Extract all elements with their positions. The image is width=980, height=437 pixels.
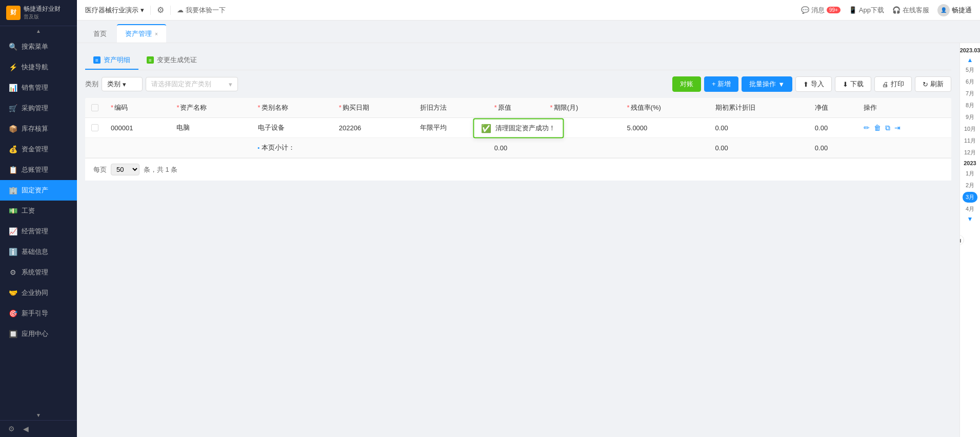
cal-month-1月[interactable]: 1月 bbox=[963, 168, 977, 179]
topbar-divider2 bbox=[170, 6, 171, 15]
sidebar-item-app-center[interactable]: 🔲 应用中心 bbox=[0, 324, 77, 344]
tab-asset-mgmt[interactable]: 资产管理× bbox=[117, 24, 166, 43]
sidebar-item-enterprise[interactable]: 🤝 企业协同 bbox=[0, 283, 77, 303]
cal-month-2月[interactable]: 2月 bbox=[963, 180, 977, 191]
quick-nav-icon: ⚡ bbox=[8, 63, 17, 71]
basic-info-icon: ℹ️ bbox=[8, 248, 17, 256]
company-selector[interactable]: 医疗器械行业演示 ▾ bbox=[85, 6, 144, 15]
cal-month-11月[interactable]: 11月 bbox=[963, 135, 977, 146]
cloud-icon: ☁ bbox=[177, 6, 184, 14]
sidebar-item-ledger[interactable]: 📋 总账管理 bbox=[0, 160, 77, 180]
sidebar-item-sales[interactable]: 📊 销售管理 bbox=[0, 77, 77, 98]
funds-icon: 💰 bbox=[8, 145, 17, 153]
user-profile[interactable]: 👤 畅捷通 bbox=[937, 4, 972, 16]
select-all-checkbox[interactable] bbox=[91, 104, 98, 111]
sidebar-item-fixed-assets[interactable]: 🏢 固定资产 bbox=[0, 180, 77, 201]
cal-month-6月[interactable]: 6月 bbox=[963, 76, 977, 87]
messages-button[interactable]: 💬 消息 99+ bbox=[801, 6, 841, 15]
new-button[interactable]: + 新增 bbox=[704, 76, 738, 92]
sidebar-item-basic-info[interactable]: ℹ️ 基础信息 bbox=[0, 242, 77, 262]
edit-icon[interactable]: ✏ bbox=[864, 124, 870, 132]
table-header-row: *编码 *资产名称 *类别名称 *购买日期 折旧方法 *原值 *期限(月) *残… bbox=[85, 98, 951, 118]
cal-month-12月[interactable]: 12月 bbox=[963, 147, 977, 158]
topbar-settings-icon[interactable]: ⚙ bbox=[157, 5, 164, 15]
subtab-icon-asset-detail: ≡ bbox=[93, 56, 101, 64]
app-download-button[interactable]: 📱 App下载 bbox=[849, 6, 884, 15]
subtotal-empty4 bbox=[544, 138, 621, 158]
th-net-value: 净值 bbox=[809, 98, 857, 118]
fixed-assets-icon: 🏢 bbox=[8, 186, 17, 194]
payroll-label: 工资 bbox=[22, 206, 35, 215]
app-download-label: App下载 bbox=[859, 6, 884, 15]
logo-text: 畅捷通好业财 bbox=[24, 5, 61, 13]
collapse-icon[interactable]: ◀ bbox=[23, 425, 29, 433]
print-button[interactable]: 🖨 打印 bbox=[874, 76, 912, 92]
sidebar-item-inventory[interactable]: 📦 库存核算 bbox=[0, 118, 77, 139]
sales-label: 销售管理 bbox=[22, 83, 48, 92]
tab-close-asset-mgmt[interactable]: × bbox=[155, 31, 158, 37]
reconcile-button[interactable]: 对账 bbox=[672, 76, 701, 92]
subtotal-original: 0.00 bbox=[488, 138, 544, 158]
refresh-button[interactable]: ↻ 刷新 bbox=[915, 76, 951, 92]
subtotal-label-cell: ▪ 本页小计： bbox=[252, 138, 488, 158]
sidebar-item-operations[interactable]: 📈 经营管理 bbox=[0, 221, 77, 242]
tab-home[interactable]: 首页 bbox=[85, 25, 115, 43]
sidebar-item-guide[interactable]: 🎯 新手引导 bbox=[0, 303, 77, 324]
calendar-scroll-up[interactable]: ▲ bbox=[966, 55, 974, 65]
logo-icon: 财 bbox=[6, 6, 21, 20]
calendar-scroll-down[interactable]: ▼ bbox=[966, 214, 974, 224]
calendar-nav: 5月6月7月8月9月10月11月12月20231月2月3月4月 bbox=[963, 65, 977, 214]
tabbar: 首页资产管理× bbox=[77, 21, 980, 43]
row-net-value: 0.00 bbox=[809, 118, 857, 138]
calendar-year-header: 2023.03 bbox=[960, 45, 980, 55]
subtotal-empty6 bbox=[857, 138, 951, 158]
batch-arrow: ▼ bbox=[778, 81, 785, 88]
filter-group: 类别 类别 ▾ 请选择固定资产类别 ▾ bbox=[85, 77, 238, 91]
download-label: 下载 bbox=[850, 80, 864, 89]
sidebar-item-purchase[interactable]: 🛒 采购管理 bbox=[0, 98, 77, 118]
category-select[interactable]: 请选择固定资产类别 ▾ bbox=[146, 77, 238, 91]
sidebar-scroll-up[interactable]: ▲ bbox=[0, 26, 77, 36]
category-type-select[interactable]: 类别 ▾ bbox=[102, 77, 143, 91]
copy-icon[interactable]: ⧉ bbox=[885, 124, 890, 132]
download-button[interactable]: ⬇ 下载 bbox=[835, 76, 871, 92]
purchase-icon: 🛒 bbox=[8, 104, 17, 112]
sidebar-item-payroll[interactable]: 💵 工资 bbox=[0, 201, 77, 221]
sidebar-item-funds[interactable]: 💰 资金管理 bbox=[0, 139, 77, 160]
sidebar-item-search[interactable]: 🔍 搜索菜单 bbox=[0, 36, 77, 57]
experience-button[interactable]: ☁ 我要体验一下 bbox=[177, 6, 226, 15]
cal-month-5月[interactable]: 5月 bbox=[963, 65, 977, 75]
row-initial-accumulated: 0.00 bbox=[709, 118, 809, 138]
th-initial-accumulated: 期初累计折旧 bbox=[709, 98, 809, 118]
delete-icon[interactable]: 🗑 bbox=[874, 124, 881, 132]
row-actions: ✏ 🗑 ⧉ ⇥ bbox=[857, 118, 951, 138]
sidebar-scroll-down[interactable]: ▼ bbox=[0, 410, 77, 420]
cal-month-9月[interactable]: 9月 bbox=[963, 112, 977, 123]
settings-bottom-icon[interactable]: ⚙ bbox=[8, 425, 15, 433]
sidebar-item-quick-nav[interactable]: ⚡ 快捷导航 bbox=[0, 57, 77, 77]
cal-month-3月[interactable]: 3月 bbox=[963, 192, 977, 203]
per-page-select[interactable]: 50 10 20 100 bbox=[111, 164, 139, 175]
funds-label: 资金管理 bbox=[22, 145, 48, 154]
cal-month-7月[interactable]: 7月 bbox=[963, 88, 977, 99]
online-service-button[interactable]: 🎧 在线客服 bbox=[892, 6, 929, 15]
topbar-divider bbox=[150, 6, 151, 15]
more-icon[interactable]: ⇥ bbox=[894, 124, 901, 132]
refresh-label: 刷新 bbox=[930, 80, 944, 89]
app-center-icon: 🔲 bbox=[8, 330, 17, 338]
subtab-asset-detail[interactable]: ≡ 资产明细 bbox=[85, 51, 138, 70]
export-button[interactable]: ⬆ 导入 bbox=[795, 76, 832, 92]
toolbar-right: 对账 + 新增 批量操作 ▼ ⬆ 导入 ⬇ 下载 🖨 bbox=[672, 76, 951, 92]
content-main: ≡ 资产明细 ≡ 变更生成凭证 类别 类别 ▾ 请选择固定资产类别 ▾ bbox=[77, 43, 959, 437]
fixed-assets-label: 固定资产 bbox=[22, 186, 48, 195]
row-checkbox[interactable] bbox=[91, 124, 98, 131]
batch-button[interactable]: 批量操作 ▼ bbox=[742, 76, 792, 92]
panel-toggle[interactable]: ◀ bbox=[959, 235, 964, 245]
cal-year-label: 2023 bbox=[964, 159, 976, 167]
search-icon: 🔍 bbox=[8, 43, 17, 51]
cal-month-10月[interactable]: 10月 bbox=[963, 124, 977, 134]
sidebar-item-system[interactable]: ⚙ 系统管理 bbox=[0, 262, 77, 283]
subtab-change-voucher[interactable]: ≡ 变更生成凭证 bbox=[138, 51, 205, 70]
cal-month-8月[interactable]: 8月 bbox=[963, 100, 977, 111]
cal-month-4月[interactable]: 4月 bbox=[963, 204, 977, 214]
